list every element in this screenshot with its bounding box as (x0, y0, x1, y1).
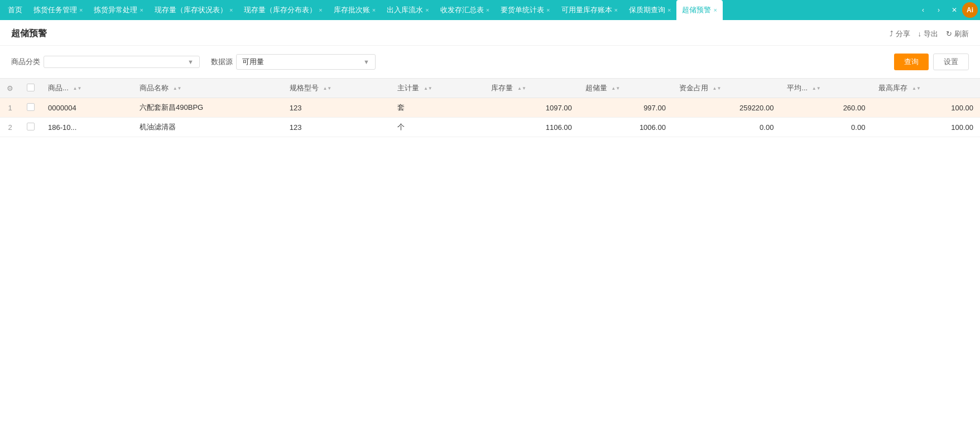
col-goods-name[interactable]: 商品名称 ▲▼ (133, 79, 283, 98)
nav-item-库存批次账[interactable]: 库存批次账 × (328, 0, 381, 20)
export-button[interactable]: ↓ 导出 (918, 29, 939, 39)
cell-goods-name-1: 六配套新昌490BPG (133, 98, 283, 118)
cell-unit-1: 套 (391, 98, 484, 118)
nav-item-要货单统计表[interactable]: 要货单统计表 × (495, 0, 555, 20)
cell-goods-code-2: 186-10... (41, 118, 133, 137)
table-row: 1 0000004 六配套新昌490BPG 123 套 1097.00 997.… (0, 98, 980, 118)
nav-close-all-arrow[interactable]: ✕ (947, 0, 962, 20)
column-settings-icon[interactable]: ⚙ (7, 84, 13, 93)
row-checkbox-2 (20, 118, 41, 137)
row-checkbox-1 (20, 98, 41, 118)
table-header-row: ⚙ 商品... ▲▼ 商品名称 ▲▼ 规格型号 ▲▼ (0, 79, 980, 98)
filter-actions: 查询 设置 (894, 54, 969, 70)
query-button[interactable]: 查询 (894, 54, 929, 70)
col-spec[interactable]: 规格型号 ▲▼ (283, 79, 391, 98)
nav-close-icon[interactable]: × (79, 7, 83, 13)
nav-item-保质期查询[interactable]: 保质期查询 × (623, 0, 676, 20)
col-max-stock[interactable]: 最高库存 ▲▼ (872, 79, 980, 98)
goods-category-select[interactable]: ▼ (44, 56, 200, 68)
cell-avg-2: 0.00 (780, 118, 872, 137)
row-num-1: 1 (0, 98, 20, 118)
nav-close-icon[interactable]: × (486, 7, 489, 13)
nav-item-拣货异常处理[interactable]: 拣货异常处理 × (88, 0, 148, 20)
sort-arrows-unit: ▲▼ (424, 86, 433, 91)
select-all-checkbox[interactable] (27, 84, 35, 91)
col-checkbox-header (20, 79, 41, 98)
avatar: Ai (962, 2, 978, 18)
cell-spec-2: 123 (283, 118, 391, 137)
col-goods-name-label: 商品名称 (140, 84, 169, 92)
nav-item-首页[interactable]: 首页 (2, 0, 28, 20)
nav-item-收发存汇总表[interactable]: 收发存汇总表 × (435, 0, 495, 20)
col-capital-occupied-label: 资金占用 (679, 84, 708, 92)
col-goods-code[interactable]: 商品... ▲▼ (41, 79, 133, 98)
user-area: Ai (962, 2, 978, 18)
nav-close-icon[interactable]: × (372, 7, 376, 13)
cell-unit-2: 个 (391, 118, 484, 137)
settings-button[interactable]: 设置 (933, 54, 969, 70)
col-spec-label: 规格型号 (290, 84, 319, 92)
sort-arrows-goods-code: ▲▼ (73, 86, 81, 91)
cell-spec-1: 123 (283, 98, 391, 118)
table-container: ⚙ 商品... ▲▼ 商品名称 ▲▼ 规格型号 ▲▼ (0, 78, 980, 137)
page-header: 超储预警 ⤴ 分享 ↓ 导出 ↻ 刷新 (0, 20, 980, 46)
nav-close-icon[interactable]: × (140, 7, 143, 13)
row-select-checkbox-2[interactable] (27, 123, 35, 130)
col-over-stock-label: 超储量 (585, 84, 607, 92)
nav-close-icon[interactable]: × (667, 7, 671, 13)
col-avg[interactable]: 平均... ▲▼ (780, 79, 872, 98)
data-source-value: 可用量 (242, 57, 264, 67)
nav-close-icon[interactable]: × (229, 7, 233, 13)
refresh-label: 刷新 (954, 29, 969, 39)
nav-close-icon[interactable]: × (319, 7, 322, 13)
col-goods-code-label: 商品... (48, 84, 69, 92)
filter-bar: 商品分类 ▼ 数据源 可用量 ▼ 查询 设置 (0, 46, 980, 78)
col-unit[interactable]: 主计量 ▲▼ (391, 79, 484, 98)
cell-capital-occupied-1: 259220.00 (672, 98, 781, 118)
nav-close-icon[interactable]: × (713, 7, 717, 13)
goods-category-label: 商品分类 (11, 57, 40, 67)
data-source-select[interactable]: 可用量 ▼ (236, 54, 376, 70)
sort-arrows-avg: ▲▼ (812, 86, 821, 91)
nav-item-拣货任务管理[interactable]: 拣货任务管理 × (28, 0, 88, 20)
share-button[interactable]: ⤴ 分享 (890, 29, 910, 39)
col-avg-label: 平均... (787, 84, 808, 92)
row-num-2: 2 (0, 118, 20, 137)
cell-max-stock-1: 100.00 (872, 98, 980, 118)
page-content: 超储预警 ⤴ 分享 ↓ 导出 ↻ 刷新 商品分类 ▼ 数据源 (0, 20, 980, 446)
nav-item-现存量（库存分布表）[interactable]: 现存量（库存分布表） × (238, 0, 328, 20)
col-stock[interactable]: 库存量 ▲▼ (484, 79, 578, 98)
nav-prev-arrow[interactable]: ‹ (915, 0, 931, 20)
nav-next-arrow[interactable]: › (931, 0, 947, 20)
sort-arrows-spec: ▲▼ (323, 86, 332, 91)
cell-stock-1: 1097.00 (484, 98, 578, 118)
nav-close-icon[interactable]: × (614, 7, 618, 13)
nav-item-可用量库存账本[interactable]: 可用量库存账本 × (556, 0, 623, 20)
sort-arrows-over-stock: ▲▼ (611, 86, 620, 91)
cell-over-stock-2: 1006.00 (579, 118, 672, 137)
nav-item-出入库流水[interactable]: 出入库流水 × (381, 0, 434, 20)
nav-item-超储预警[interactable]: 超储预警 × (676, 0, 722, 20)
cell-goods-name-2: 机油滤清器 (133, 118, 283, 137)
cell-avg-1: 260.00 (780, 98, 872, 118)
col-max-stock-label: 最高库存 (878, 84, 907, 92)
goods-category-filter: 商品分类 ▼ (11, 56, 200, 68)
export-icon: ↓ (918, 30, 922, 38)
sort-arrows-stock: ▲▼ (517, 86, 526, 91)
nav-close-icon[interactable]: × (425, 7, 429, 13)
data-table: ⚙ 商品... ▲▼ 商品名称 ▲▼ 规格型号 ▲▼ (0, 78, 980, 137)
data-source-filter: 数据源 可用量 ▼ (211, 54, 376, 70)
data-source-label: 数据源 (211, 57, 233, 67)
row-select-checkbox-1[interactable] (27, 103, 35, 111)
nav-close-icon[interactable]: × (546, 7, 550, 13)
col-over-stock[interactable]: 超储量 ▲▼ (579, 79, 672, 98)
col-capital-occupied[interactable]: 资金占用 ▲▼ (672, 79, 781, 98)
col-settings: ⚙ (0, 79, 20, 98)
col-unit-label: 主计量 (397, 84, 419, 92)
nav-item-现存量（库存状况表）[interactable]: 现存量（库存状况表） × (149, 0, 238, 20)
cell-stock-2: 1106.00 (484, 118, 578, 137)
sort-arrows-capital: ▲▼ (713, 86, 722, 91)
refresh-button[interactable]: ↻ 刷新 (946, 29, 969, 39)
share-label: 分享 (896, 29, 910, 39)
cell-over-stock-1: 997.00 (579, 98, 672, 118)
